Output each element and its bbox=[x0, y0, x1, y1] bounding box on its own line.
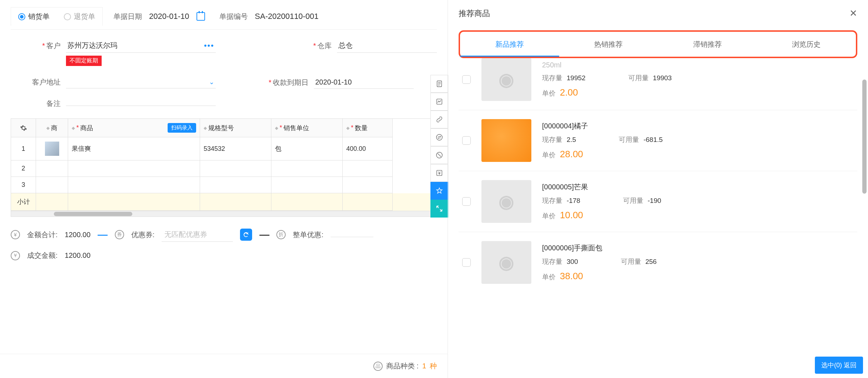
items-table: ◆商 ◆*商品 扫码录入 ◆规格型号 ◆*销售单位 ◆*数量 1 果倍爽 534… bbox=[11, 118, 437, 211]
item-name: 250ml bbox=[542, 61, 854, 69]
item-checkbox[interactable] bbox=[462, 75, 471, 84]
horizontal-scrollbar[interactable] bbox=[11, 211, 437, 217]
item-name: [0000004]橘子 bbox=[542, 121, 854, 131]
tab-slow[interactable]: 滞销推荐 bbox=[658, 35, 757, 57]
warehouse-input[interactable]: 总仓 bbox=[337, 39, 437, 53]
currency-icon[interactable]: ¥ bbox=[430, 164, 448, 182]
svg-line-7 bbox=[438, 153, 441, 157]
item-name: [0000006]手撕面包 bbox=[542, 243, 854, 253]
tag-icon: 品 bbox=[373, 362, 383, 371]
list-item[interactable]: ◉ [0000006]手撕面包 现存量300 可用量256 单价38.00 bbox=[459, 232, 857, 293]
reject-icon[interactable] bbox=[430, 146, 448, 164]
side-toolbar: ¥ bbox=[430, 75, 448, 218]
deal-icon: ￥ bbox=[11, 251, 20, 260]
link-icon[interactable] bbox=[430, 111, 448, 128]
settings-column[interactable] bbox=[11, 119, 36, 137]
price-value: 2.00 bbox=[560, 87, 578, 98]
select-return-button[interactable]: 选中(0) 返回 bbox=[815, 357, 863, 374]
warehouse-value: 总仓 bbox=[338, 41, 353, 50]
expand-icon[interactable] bbox=[430, 200, 448, 218]
radio-checked-icon bbox=[18, 13, 25, 20]
price-value: 28.00 bbox=[560, 149, 583, 159]
customer-input[interactable]: 苏州万达沃尔玛 ••• bbox=[66, 39, 216, 53]
exchange-icon[interactable] bbox=[430, 128, 448, 146]
vertical-scrollbar[interactable] bbox=[862, 80, 867, 194]
more-icon[interactable]: ••• bbox=[204, 41, 214, 50]
due-label: 收款到期日 bbox=[273, 78, 308, 86]
minus-icon: — bbox=[259, 229, 269, 240]
stock-value: 19952 bbox=[567, 74, 586, 82]
table-row[interactable]: 3 bbox=[11, 177, 436, 193]
tab-history[interactable]: 浏览历史 bbox=[757, 35, 856, 57]
kind-label: 商品种类 : bbox=[386, 361, 419, 371]
warehouse-label: 仓库 bbox=[317, 42, 332, 50]
sales-order-radio[interactable]: 销货单 bbox=[18, 12, 50, 21]
code-label: 单据编号 bbox=[219, 12, 248, 21]
spec-cell[interactable]: 534532 bbox=[200, 137, 271, 160]
remark-label: 备注 bbox=[46, 99, 61, 107]
chevron-down-icon[interactable]: ⌄ bbox=[209, 78, 214, 86]
unit-column-header[interactable]: ◆*销售单位 bbox=[271, 119, 343, 137]
table-row[interactable]: 1 果倍爽 534532 包 400.00 bbox=[11, 137, 436, 160]
doc-icon[interactable] bbox=[430, 75, 448, 93]
list-item[interactable]: ◉ 250ml 现存量19952 可用量19903 单价2.00 bbox=[459, 58, 857, 110]
discount-input[interactable] bbox=[331, 233, 373, 237]
return-order-radio[interactable]: 退货单 bbox=[64, 12, 95, 21]
product-thumb bbox=[36, 137, 68, 160]
price-value: 38.00 bbox=[560, 271, 583, 281]
avail-value: 19903 bbox=[653, 74, 672, 82]
item-checkbox[interactable] bbox=[462, 197, 471, 206]
product-image: ◉ bbox=[481, 180, 531, 223]
image-column-header[interactable]: ◆商 bbox=[36, 119, 68, 137]
price-value: 10.00 bbox=[560, 210, 583, 220]
avail-value: -190 bbox=[648, 197, 661, 204]
stock-value: 2.5 bbox=[567, 136, 576, 143]
minus-icon: — bbox=[98, 229, 108, 240]
qty-cell[interactable]: 400.00 bbox=[343, 137, 393, 160]
code-value: SA-20200110-001 bbox=[255, 12, 319, 21]
item-checkbox[interactable] bbox=[462, 136, 471, 145]
refresh-button[interactable] bbox=[240, 229, 252, 241]
address-label: 客户地址 bbox=[32, 78, 61, 86]
qty-column-header[interactable]: ◆*数量 bbox=[343, 119, 393, 137]
table-row[interactable]: 2 bbox=[11, 160, 436, 177]
avail-value: -681.5 bbox=[643, 136, 663, 143]
order-type-tabs: 销货单 退货单 bbox=[11, 7, 103, 26]
coupon-input[interactable]: 无匹配优惠券 bbox=[162, 228, 233, 242]
spec-column-header[interactable]: ◆规格型号 bbox=[200, 119, 271, 137]
item-name: [0000005]芒果 bbox=[542, 182, 854, 192]
subtotal-label: 小计 bbox=[11, 193, 36, 211]
address-input[interactable]: ⌄ bbox=[66, 76, 216, 88]
coupon-icon: 券 bbox=[115, 230, 124, 239]
kind-value: 1 bbox=[422, 362, 426, 370]
stock-value: -178 bbox=[567, 197, 580, 204]
star-icon[interactable] bbox=[430, 182, 448, 200]
unit-cell[interactable]: 包 bbox=[271, 137, 343, 160]
list-item[interactable]: [0000004]橘子 现存量2.5 可用量-681.5 单价28.00 bbox=[459, 110, 857, 171]
list-item[interactable]: ◉ [0000005]芒果 现存量-178 可用量-190 单价10.00 bbox=[459, 171, 857, 232]
tab-hot[interactable]: 热销推荐 bbox=[559, 35, 658, 57]
scan-input-button[interactable]: 扫码录入 bbox=[168, 123, 196, 133]
tab-new[interactable]: 新品推荐 bbox=[460, 35, 559, 57]
due-value: 2020-01-10 bbox=[315, 78, 352, 86]
calendar-icon[interactable] bbox=[196, 12, 205, 21]
chart-icon[interactable] bbox=[430, 93, 448, 111]
close-icon[interactable]: ✕ bbox=[849, 8, 857, 19]
product-image: ◉ bbox=[481, 58, 531, 101]
product-column-header[interactable]: ◆*商品 扫码录入 bbox=[68, 119, 200, 137]
discount-label: 整单优惠: bbox=[293, 230, 323, 240]
due-input[interactable]: 2020-01-10 bbox=[314, 76, 414, 89]
radio-unchecked-icon bbox=[64, 13, 71, 20]
product-name-cell[interactable]: 果倍爽 bbox=[68, 137, 200, 160]
date-value[interactable]: 2020-01-10 bbox=[149, 12, 189, 21]
refresh-icon bbox=[242, 231, 250, 238]
yen-icon: ¥ bbox=[11, 230, 20, 239]
item-checkbox[interactable] bbox=[462, 258, 471, 267]
remark-input[interactable] bbox=[66, 101, 216, 106]
return-order-label: 退货单 bbox=[74, 12, 95, 21]
recommend-tabs: 新品推荐 热销推荐 滞销推荐 浏览历史 bbox=[459, 30, 857, 58]
kind-unit: 种 bbox=[430, 361, 437, 371]
avail-value: 256 bbox=[645, 258, 657, 265]
row-index: 1 bbox=[11, 137, 36, 160]
discount-icon: 折 bbox=[276, 230, 286, 239]
